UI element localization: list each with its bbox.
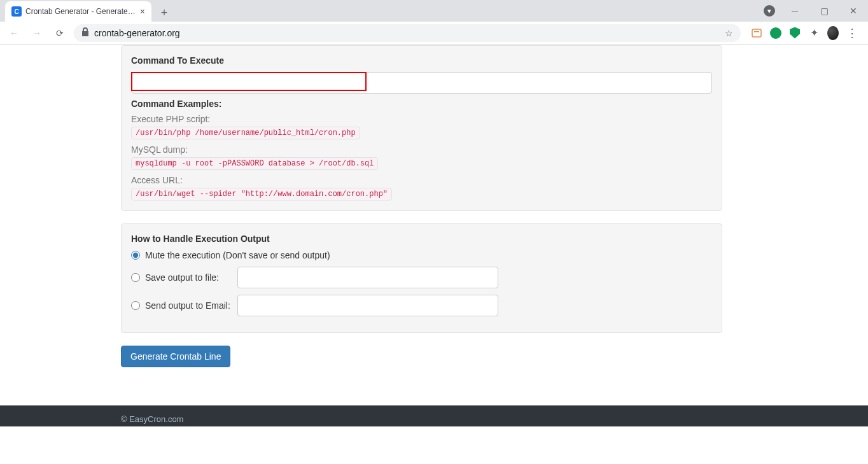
page-viewport[interactable]: Command To Execute Command Examples: Exe…: [0, 45, 868, 464]
address-bar[interactable]: crontab-generator.org ☆: [74, 24, 741, 42]
bookmark-star-icon[interactable]: ☆: [725, 28, 733, 38]
url-text: crontab-generator.org: [94, 28, 720, 38]
browser-titlebar: C Crontab Generator - Generate cr × + ▾ …: [0, 0, 868, 22]
back-button[interactable]: ←: [5, 24, 23, 42]
svg-rect-0: [752, 29, 761, 37]
example-code-mysql: mysqldump -u root -pPASSWORD database > …: [131, 157, 378, 170]
radio-row-email: Send output to Email:: [131, 295, 712, 316]
profile-avatar[interactable]: [827, 27, 839, 39]
output-panel: How to Handle Execution Output Mute the …: [121, 223, 722, 333]
close-tab-icon[interactable]: ×: [140, 6, 145, 17]
example-label-url: Access URL:: [131, 175, 712, 185]
example-label-php: Execute PHP script:: [131, 114, 712, 124]
radio-email[interactable]: Send output to Email:: [131, 300, 231, 311]
extension-icon-shield[interactable]: [789, 27, 801, 39]
example-label-mysql: MySQL dump:: [131, 144, 712, 155]
profile-indicator-icon[interactable]: ▾: [764, 5, 775, 17]
footer: © EasyCron.com: [0, 405, 868, 426]
radio-row-mute: Mute the execution (Don't save or send o…: [131, 250, 712, 260]
forward-button[interactable]: →: [28, 24, 46, 42]
generate-button[interactable]: Generate Crontab Line: [121, 346, 230, 367]
tab-title: Crontab Generator - Generate cr: [25, 7, 136, 16]
radio-email-input[interactable]: [131, 301, 140, 310]
close-window-button[interactable]: ✕: [839, 1, 868, 20]
extension-icon-grammarly[interactable]: [770, 27, 781, 39]
radio-mute-label: Mute the execution (Don't save or send o…: [145, 250, 330, 260]
browser-toolbar: ← → ⟳ crontab-generator.org ☆ ✦ ⋮: [0, 22, 868, 45]
radio-row-file: Save output to file:: [131, 267, 712, 288]
lock-icon: [81, 27, 89, 38]
footer-copyright: © EasyCron.com: [121, 414, 183, 424]
radio-mute-input[interactable]: [131, 251, 140, 260]
footer-spacer: [0, 367, 868, 405]
extensions-menu-icon[interactable]: ✦: [808, 27, 820, 39]
browser-menu-icon[interactable]: ⋮: [846, 26, 858, 40]
output-email-input[interactable]: [237, 295, 498, 316]
new-tab-button[interactable]: +: [155, 4, 173, 22]
maximize-button[interactable]: ▢: [809, 1, 839, 20]
scroll-pad: [0, 426, 868, 427]
extension-icon-1[interactable]: [751, 27, 762, 39]
browser-tab[interactable]: C Crontab Generator - Generate cr ×: [5, 1, 151, 22]
output-file-input[interactable]: [237, 267, 498, 288]
radio-email-label: Send output to Email:: [145, 300, 231, 311]
example-code-url: /usr/bin/wget --spider "http://www.domai…: [131, 188, 392, 200]
output-heading: How to Handle Execution Output: [131, 234, 712, 244]
reload-button[interactable]: ⟳: [51, 24, 69, 42]
command-panel: Command To Execute Command Examples: Exe…: [121, 45, 722, 211]
radio-file-label: Save output to file:: [145, 272, 231, 283]
radio-mute[interactable]: Mute the execution (Don't save or send o…: [131, 250, 330, 260]
radio-file-input[interactable]: [131, 273, 140, 282]
radio-file[interactable]: Save output to file:: [131, 272, 231, 283]
extension-icons: ✦ ⋮: [746, 26, 863, 40]
command-input[interactable]: [131, 72, 712, 94]
svg-rect-1: [754, 31, 759, 32]
window-controls: ▾ ─ ▢ ✕: [764, 0, 868, 22]
minimize-button[interactable]: ─: [780, 1, 809, 20]
examples-heading: Command Examples:: [131, 99, 712, 109]
command-heading: Command To Execute: [131, 55, 712, 66]
favicon-icon: C: [11, 6, 22, 17]
example-code-php: /usr/bin/php /home/username/public_html/…: [131, 127, 360, 139]
